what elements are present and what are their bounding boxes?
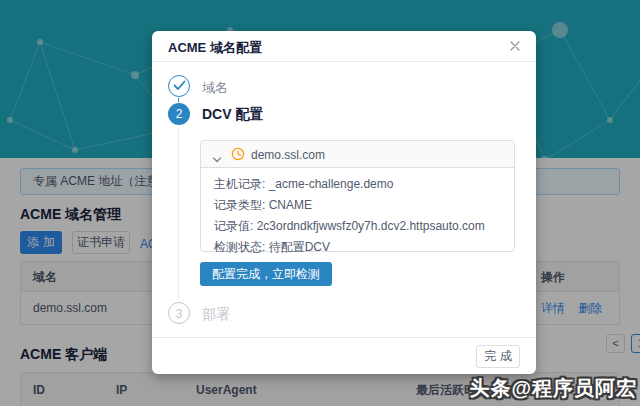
- record-value-value: 2c3ordndkfjwwsfz0y7h.dcv2.httpsauto.com: [257, 219, 485, 233]
- dcv-panel-body: 主机记录_acme-challenge.demo 记录类型CNAME 记录值2c…: [201, 168, 514, 270]
- check-icon: [173, 80, 186, 94]
- host-record-row: 主机记录_acme-challenge.demo: [214, 177, 501, 192]
- host-record-label: 主机记录: [214, 177, 269, 191]
- chevron-down-icon: [212, 150, 222, 168]
- record-type-value: CNAME: [269, 198, 312, 212]
- pending-clock-icon: [231, 147, 245, 165]
- step3-label: 部署: [202, 306, 230, 324]
- step1-done-circle: [168, 75, 190, 97]
- check-status-value: 待配置DCV: [269, 240, 330, 254]
- dcv-panel-header[interactable]: demo.ssl.com: [201, 141, 514, 168]
- record-value-label: 记录值: [214, 219, 257, 233]
- modal-header: ACME 域名配置: [152, 31, 536, 62]
- check-now-button[interactable]: 配置完成，立即检测: [200, 262, 332, 286]
- step1-label: 域名: [202, 79, 228, 97]
- page: 专属 ACME 地址（注意保密！！！） ACME 域名管理 添 加 证书申请 A…: [0, 0, 640, 406]
- record-type-row: 记录类型CNAME: [214, 198, 501, 213]
- step2-label: DCV 配置: [202, 106, 263, 124]
- step-connector-done: [178, 98, 179, 102]
- dcv-domain-name: demo.ssl.com: [251, 148, 325, 162]
- check-status-row: 检测状态待配置DCV: [214, 240, 501, 255]
- toutiao-watermark: 头条@程序员阿宏: [469, 375, 637, 402]
- acme-domain-config-modal: ACME 域名配置 域名 2 DCV 配置: [152, 31, 536, 374]
- host-record-value: _acme-challenge.demo: [269, 177, 394, 191]
- step-connector-pending: [178, 128, 179, 300]
- modal-footer: 完 成: [152, 337, 536, 374]
- check-status-label: 检测状态: [214, 240, 269, 254]
- step2-active-circle: 2: [168, 103, 190, 125]
- dcv-record-panel: demo.ssl.com 主机记录_acme-challenge.demo 记录…: [200, 140, 515, 252]
- step3-pending-circle: 3: [168, 302, 190, 324]
- record-value-row: 记录值2c3ordndkfjwwsfz0y7h.dcv2.httpsauto.c…: [214, 219, 501, 234]
- modal-title: ACME 域名配置: [168, 39, 262, 57]
- close-icon[interactable]: [508, 39, 522, 53]
- record-type-label: 记录类型: [214, 198, 269, 212]
- done-button[interactable]: 完 成: [476, 345, 520, 368]
